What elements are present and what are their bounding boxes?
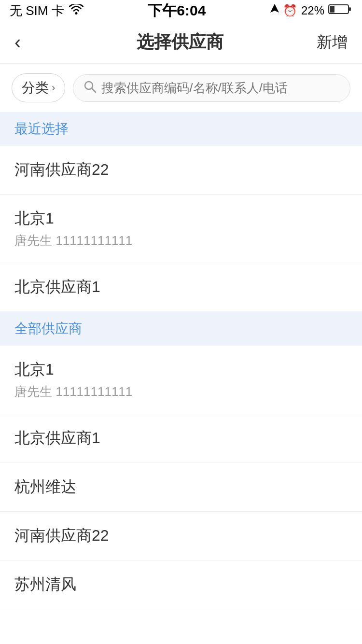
item-name: 北京1 <box>14 359 348 380</box>
sim-label: 无 SIM 卡 <box>10 2 64 19</box>
list-item[interactable]: 北京1 唐先生 11111111111 <box>0 195 362 263</box>
item-name: 北京供应商1 <box>14 428 348 449</box>
list-item[interactable]: 苏州清风 <box>0 560 362 609</box>
item-detail: 唐先生 11111111111 <box>14 232 348 249</box>
status-left: 无 SIM 卡 <box>10 2 84 19</box>
svg-point-4 <box>85 82 93 89</box>
search-icon <box>83 80 97 97</box>
all-section-header: 全部供应商 <box>0 312 362 346</box>
nav-bar: ‹ 选择供应商 新增 <box>0 21 362 64</box>
item-name: 北京供应商1 <box>14 277 348 298</box>
battery-icon <box>328 3 352 18</box>
svg-rect-3 <box>349 7 351 11</box>
alarm-icon: ⏰ <box>283 4 297 17</box>
wifi-icon <box>69 3 84 18</box>
page-title: 选择供应商 <box>137 30 223 54</box>
list-item[interactable]: 杭州维达 <box>0 463 362 512</box>
location-icon <box>270 4 279 17</box>
recent-section-header: 最近选择 <box>0 112 362 146</box>
list-item[interactable]: 北京供应商1 <box>0 414 362 463</box>
status-time: 下午6:04 <box>148 1 206 21</box>
recent-section-label: 最近选择 <box>14 121 69 136</box>
item-name: 杭州维达 <box>14 476 348 498</box>
search-bar[interactable] <box>73 74 350 102</box>
back-button[interactable]: ‹ <box>14 31 43 53</box>
recent-items-list: 河南供应商22 北京1 唐先生 11111111111 北京供应商1 <box>0 146 362 312</box>
filter-bar: 分类 › <box>0 64 362 112</box>
list-item[interactable]: 北京1 唐先生 11111111111 <box>0 346 362 414</box>
item-name: 河南供应商22 <box>14 525 348 546</box>
category-filter[interactable]: 分类 › <box>12 73 65 102</box>
item-name: 北京1 <box>14 208 348 229</box>
status-right: ⏰ 22% <box>270 3 352 18</box>
search-input[interactable] <box>101 81 340 96</box>
svg-line-5 <box>92 88 96 92</box>
chevron-icon: › <box>52 82 55 94</box>
svg-rect-2 <box>330 6 334 13</box>
item-detail: 唐先生 11111111111 <box>14 383 348 400</box>
item-name: 苏州清风 <box>14 574 348 595</box>
list-item[interactable]: 北京供应商1 <box>0 263 362 312</box>
list-item[interactable]: 河南供应商22 <box>0 146 362 195</box>
all-section-label: 全部供应商 <box>14 321 82 336</box>
list-item[interactable]: 河南供应商22 <box>0 512 362 560</box>
battery-label: 22% <box>301 4 324 17</box>
category-label: 分类 <box>22 79 49 97</box>
status-bar: 无 SIM 卡 下午6:04 ⏰ 22% <box>0 0 362 21</box>
svg-point-0 <box>75 12 77 14</box>
item-name: 河南供应商22 <box>14 159 348 181</box>
all-items-list: 北京1 唐先生 11111111111 北京供应商1 杭州维达 河南供应商22 … <box>0 346 362 609</box>
add-button[interactable]: 新增 <box>317 32 348 53</box>
